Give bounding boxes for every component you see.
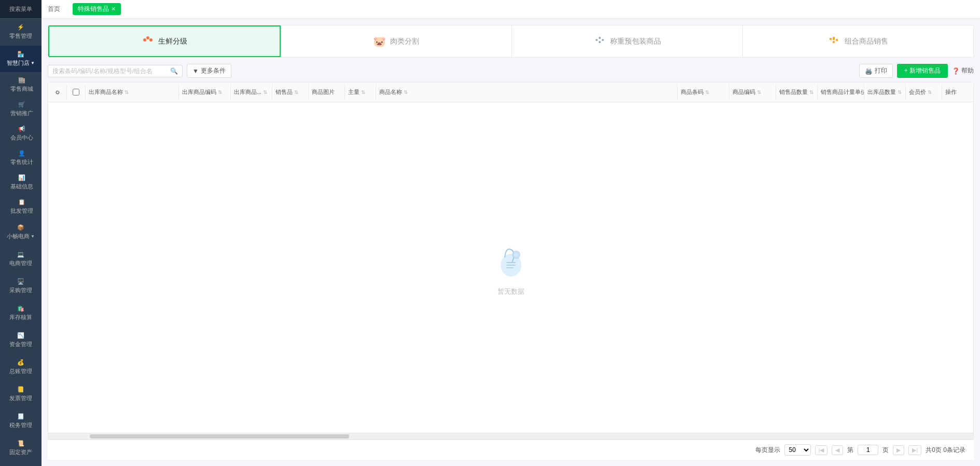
sort-icon[interactable]: ⇅ <box>263 89 267 95</box>
close-icon[interactable]: ✕ <box>111 6 116 12</box>
tab-fresh-grading[interactable]: 生鲜分级 <box>48 25 281 57</box>
sidebar-item-inventory[interactable]: 📉 资金管理 <box>0 327 42 354</box>
invoice-icon: 🧾 <box>17 413 24 420</box>
topbar: 首页 特殊销售品 ✕ <box>42 0 980 19</box>
empty-illustration <box>490 239 532 281</box>
sidebar-item-label: 批发管理 <box>10 207 33 215</box>
next-page-button[interactable]: ▶ <box>893 445 904 455</box>
search-icon[interactable]: 🔍 <box>170 67 178 75</box>
meat-cutting-icon: 🐷 <box>373 35 386 48</box>
sidebar-item-purchase[interactable]: 🛍️ 库存核算 <box>0 300 42 327</box>
th-main-weight: 主量 ⇅ <box>345 84 376 100</box>
search-box[interactable]: 🔍 <box>48 65 183 77</box>
sidebar-item-label: 固定资产 <box>9 448 32 456</box>
combo-sales-icon <box>828 34 840 49</box>
sidebar-item-ecommerce-mgmt[interactable]: 🖥️ 采购管理 <box>0 273 42 300</box>
sidebar-item-basic-info1[interactable]: 📋 批发管理 <box>0 195 42 219</box>
add-product-button[interactable]: + 新增销售品 <box>897 64 948 78</box>
breadcrumb-home[interactable]: 首页 <box>48 5 60 13</box>
select-all-checkbox[interactable] <box>73 89 79 95</box>
last-page-button[interactable]: ▶| <box>908 445 921 455</box>
sidebar-item-ledger[interactable]: 📒 发票管理 <box>0 381 42 408</box>
sort-icon[interactable]: ⇅ <box>125 89 129 95</box>
page-label-pre: 第 <box>847 446 853 455</box>
sidebar-item-label: 会员中心 <box>10 134 33 142</box>
search-input[interactable] <box>52 67 168 75</box>
th-product-code: 商品编码 ⇅ <box>729 84 776 100</box>
svg-point-4 <box>599 37 601 39</box>
ecommerce-mgmt-icon: 🖥️ <box>17 278 24 285</box>
sidebar-item-ecommerce-small[interactable]: 💻 电商管理 <box>0 246 42 273</box>
sort-icon[interactable]: ⇅ <box>898 89 902 95</box>
prev-page-button[interactable]: ◀ <box>832 445 843 455</box>
sidebar: 搜索菜单 ⚡ 零售管理 🏪 智慧门店 ▼ 🏬 零售商城 🛒 营销推广 📢 会员中… <box>0 0 42 466</box>
sidebar-item-tax[interactable]: 📜 固定资产 <box>0 435 42 462</box>
svg-rect-7 <box>830 38 832 40</box>
th-checkbox[interactable] <box>67 85 86 100</box>
sidebar-item-label: 电商管理 <box>9 259 32 267</box>
horizontal-scrollbar[interactable] <box>48 433 973 439</box>
retailing-icon: 🛒 <box>18 101 25 108</box>
sort-icon[interactable]: ⇅ <box>404 89 408 95</box>
sidebar-item-label: 智慧门店 ▼ <box>7 59 35 67</box>
sidebar-item-fixed-assets[interactable]: 🏗️ 工资 <box>0 462 42 466</box>
member-icon: 👤 <box>18 150 25 157</box>
sidebar-item-quick-nav[interactable]: ⚡ 零售管理 <box>0 19 42 46</box>
sort-icon[interactable]: ⇅ <box>361 89 365 95</box>
sort-icon[interactable]: ⇅ <box>218 89 222 95</box>
sidebar-item-finance[interactable]: 💰 总账管理 <box>0 354 42 381</box>
sort-icon[interactable]: ⇅ <box>809 89 813 95</box>
tab-combo-sales[interactable]: 组合商品销售 <box>743 25 973 57</box>
sort-icon[interactable]: ⇅ <box>928 89 932 95</box>
sidebar-item-member[interactable]: 👤 零售统计 <box>0 146 42 170</box>
first-page-button[interactable]: |◀ <box>815 445 828 455</box>
sidebar-item-label: 小畅电商 <box>7 232 30 240</box>
content-area: 生鲜分级 🐷 肉类分割 称重预包装商品 <box>42 19 980 466</box>
basic-info1-icon: 📋 <box>18 199 25 205</box>
gear-icon <box>54 89 61 96</box>
svg-point-3 <box>596 39 598 41</box>
th-product-image: 商品图片 <box>309 84 345 100</box>
svg-point-13 <box>514 252 519 257</box>
sort-icon[interactable]: ⇅ <box>757 89 761 95</box>
help-button[interactable]: ❓ 帮助 <box>952 66 974 75</box>
print-button[interactable]: 🖨️ 打印 <box>859 64 893 78</box>
sidebar-item-invoice[interactable]: 🧾 税务管理 <box>0 408 42 435</box>
filter-button[interactable]: ▼ 更多条件 <box>187 64 231 78</box>
print-label: 打印 <box>875 66 887 75</box>
weigh-prepack-icon <box>593 34 606 49</box>
tab-label: 称重预包装商品 <box>610 37 661 46</box>
th-settings[interactable] <box>48 85 67 100</box>
tab-label: 生鲜分级 <box>158 37 187 46</box>
sidebar-item-retail-stats[interactable]: 📊 基础信息 <box>0 170 42 195</box>
sidebar-item-label: 营销推广 <box>10 109 33 117</box>
page-size-select[interactable]: 50 10 20 100 <box>784 444 811 456</box>
sidebar-item-wholesale[interactable]: 📦 小畅电商 ▼ <box>0 219 42 246</box>
page-number-input[interactable] <box>858 445 878 455</box>
sidebar-item-label: 零售统计 <box>10 158 33 166</box>
sidebar-item-label: 采购管理 <box>9 286 32 294</box>
sidebar-item-label: 发票管理 <box>9 394 32 402</box>
tab-label: 肉类分割 <box>390 37 419 46</box>
page-label-post: 页 <box>882 446 889 455</box>
sidebar-item-label: 总账管理 <box>9 367 32 375</box>
toolbar: 🔍 ▼ 更多条件 🖨️ 打印 + 新增销售品 ❓ 帮助 <box>48 64 974 78</box>
sidebar-item-smartstore[interactable]: 🏬 零售商城 <box>0 73 42 97</box>
tab-weigh-prepack[interactable]: 称重预包装商品 <box>512 25 743 57</box>
sort-icon[interactable]: ⇅ <box>294 89 298 95</box>
active-tab[interactable]: 特殊销售品 ✕ <box>73 3 121 15</box>
marketing-icon: 📢 <box>18 126 25 132</box>
page-total: 共0页 0条记录 <box>926 446 965 455</box>
tab-label: 特殊销售品 <box>78 5 109 13</box>
help-label: 帮助 <box>961 66 974 75</box>
svg-point-6 <box>599 41 601 43</box>
sidebar-logo[interactable]: 搜索菜单 <box>0 0 42 19</box>
sidebar-item-retail[interactable]: 🏪 智慧门店 ▼ <box>0 46 42 73</box>
sort-icon[interactable]: ⇅ <box>705 89 709 95</box>
sidebar-item-label: 资金管理 <box>9 340 32 348</box>
sidebar-item-marketing[interactable]: 📢 会员中心 <box>0 121 42 146</box>
ledger-icon: 📒 <box>17 386 24 393</box>
sidebar-item-retailing[interactable]: 🛒 营销推广 <box>0 97 42 121</box>
scroll-thumb[interactable] <box>90 434 349 438</box>
tab-meat-cutting[interactable]: 🐷 肉类分割 <box>281 25 512 57</box>
